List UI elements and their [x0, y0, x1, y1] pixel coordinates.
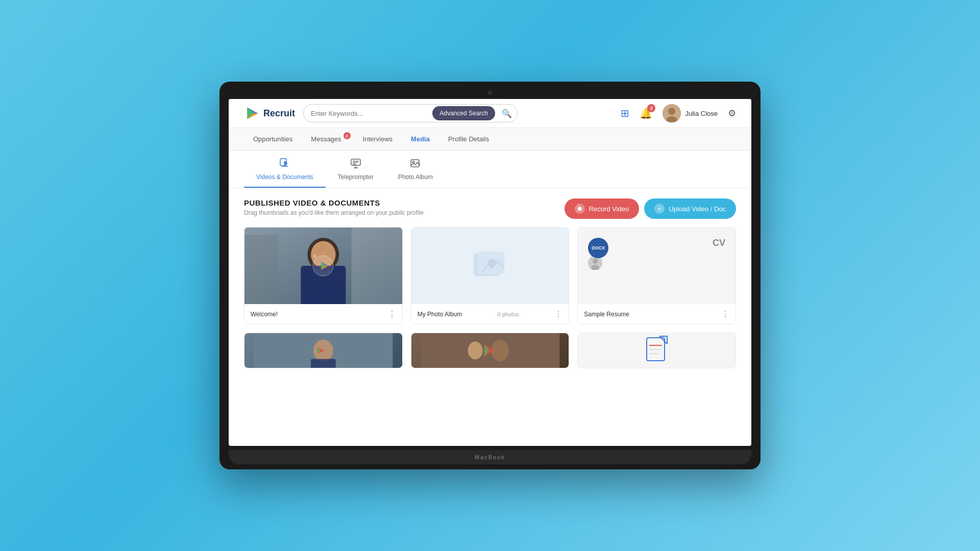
doc-thumbnail: DOCX CV — [578, 228, 736, 304]
cv-avatar-row — [588, 256, 606, 281]
nav-label-opportunities: Opportunities — [253, 135, 292, 143]
partial-thumb-1 — [244, 333, 402, 368]
media-card-partial-2 — [411, 333, 570, 368]
upload-icon: ＋ — [654, 204, 665, 214]
laptop-screen: Recruit Advanced Search 🔍 ⊞ 🔔 2 — [229, 99, 751, 446]
video-bg — [244, 228, 402, 304]
svg-point-5 — [668, 108, 675, 115]
action-buttons: ⏺ Record Video ＋ Upload Video / Doc — [565, 198, 736, 219]
svg-point-42 — [468, 342, 482, 360]
docx-badge: DOCX — [588, 238, 608, 258]
nav-label-interviews: Interviews — [363, 135, 393, 143]
svg-rect-16 — [411, 160, 419, 167]
media-card-doc: DOCX CV — [577, 227, 736, 324]
nav-item-interviews[interactable]: Interviews — [354, 128, 402, 150]
doc-title: Sample Resume — [584, 311, 629, 318]
nav-item-opportunities[interactable]: Opportunities — [244, 128, 302, 150]
laptop-camera — [488, 91, 492, 95]
nav-label-media: Media — [411, 135, 430, 143]
svg-rect-38 — [311, 359, 336, 368]
photo-meta: 0 photos — [498, 311, 519, 317]
svg-rect-20 — [351, 228, 402, 304]
media-card-partial-3 — [577, 333, 736, 368]
teleprompter-icon — [350, 158, 361, 171]
laptop-brand: MacBook — [475, 454, 505, 460]
partial-thumb-3 — [578, 333, 736, 368]
notification-badge: 2 — [647, 104, 655, 112]
tab-videos-documents[interactable]: Videos & Documents — [244, 151, 326, 188]
video-thumbnail — [244, 228, 402, 304]
video-menu-button[interactable]: ⋮ — [388, 309, 396, 319]
media-card-photo: My Photo Album 0 photos ⋮ — [411, 227, 570, 324]
doc-preview: DOCX CV — [583, 233, 730, 299]
nav-label-messages: Messages — [311, 135, 341, 143]
avatar-image — [663, 104, 681, 122]
nav-item-media[interactable]: Media — [402, 128, 439, 150]
app-header: Recruit Advanced Search 🔍 ⊞ 🔔 2 — [229, 99, 751, 128]
advanced-search-button[interactable]: Advanced Search — [432, 106, 495, 120]
logo-text: Recruit — [263, 108, 295, 119]
search-button[interactable]: 🔍 — [497, 109, 517, 118]
section-subtitle: Drag thumbnails as you'd like them arran… — [244, 209, 424, 216]
section-title: PUBLISHED VIDEO & DOCUMENTS — [244, 198, 424, 207]
user-name: Julia Close — [685, 110, 718, 117]
nav-item-profile-details[interactable]: Profile Details — [439, 128, 498, 150]
svg-point-34 — [593, 259, 598, 264]
nav-label-profile-details: Profile Details — [448, 135, 489, 143]
settings-icon[interactable]: ⚙ — [728, 108, 736, 119]
cv-label: CV — [713, 238, 725, 248]
media-card-partial-1 — [244, 333, 403, 368]
content-area: PUBLISHED VIDEO & DOCUMENTS Drag thumbna… — [229, 188, 751, 379]
header-right: ⊞ 🔔 2 Julia C — [621, 104, 736, 122]
sub-nav: Videos & Documents Teleprompter — [229, 151, 751, 188]
tab-videos-documents-label: Videos & Documents — [256, 173, 313, 181]
doc-card-footer: Sample Resume ⋮ — [578, 304, 736, 324]
notification-area[interactable]: 🔔 2 — [640, 107, 652, 119]
logo-area: Recruit — [244, 105, 295, 121]
laptop-frame: Recruit Advanced Search 🔍 ⊞ 🔔 2 — [219, 82, 761, 469]
tab-teleprompter-label: Teleprompter — [338, 173, 374, 181]
photo-album-icon — [410, 158, 421, 171]
play-button-overlay[interactable] — [312, 255, 334, 277]
video-title: Welcome! — [251, 311, 278, 318]
media-card-video: Welcome! ⋮ — [244, 227, 403, 324]
nav-item-messages[interactable]: Messages 2 — [302, 128, 353, 150]
photo-placeholder-icon — [470, 245, 510, 286]
section-header: PUBLISHED VIDEO & DOCUMENTS Drag thumbna… — [244, 198, 736, 219]
record-icon: ⏺ — [575, 204, 585, 214]
laptop-base: MacBook — [229, 450, 751, 464]
section-title-area: PUBLISHED VIDEO & DOCUMENTS Drag thumbna… — [244, 198, 424, 216]
partial-thumb-2 — [411, 333, 569, 368]
tab-teleprompter[interactable]: Teleprompter — [326, 151, 386, 188]
tab-photo-album[interactable]: Photo Album — [386, 151, 445, 188]
media-grid: Welcome! ⋮ My Phot — [244, 227, 736, 324]
tab-photo-album-label: Photo Album — [398, 173, 433, 181]
photo-card-footer: My Photo Album 0 photos ⋮ — [411, 304, 569, 324]
search-input[interactable] — [304, 106, 431, 121]
photo-title: My Photo Album — [418, 311, 462, 318]
upload-video-button[interactable]: ＋ Upload Video / Doc — [644, 198, 736, 219]
photo-menu-button[interactable]: ⋮ — [554, 309, 562, 319]
doc-menu-button[interactable]: ⋮ — [721, 309, 729, 319]
svg-marker-8 — [284, 161, 287, 165]
messages-badge: 2 — [344, 132, 351, 139]
svg-rect-19 — [244, 235, 278, 304]
grid-icon[interactable]: ⊞ — [621, 107, 629, 119]
user-area[interactable]: Julia Close — [663, 104, 718, 122]
media-grid-row2 — [244, 333, 736, 368]
video-card-footer: Welcome! ⋮ — [244, 304, 402, 324]
record-video-button[interactable]: ⏺ Record Video — [565, 198, 640, 219]
photo-thumbnail — [411, 228, 569, 304]
logo-icon — [244, 105, 260, 121]
search-area: Advanced Search 🔍 — [303, 104, 518, 122]
main-nav: Opportunities Messages 2 Interviews Medi… — [229, 128, 751, 151]
avatar — [663, 104, 681, 122]
videos-documents-icon — [279, 158, 290, 171]
